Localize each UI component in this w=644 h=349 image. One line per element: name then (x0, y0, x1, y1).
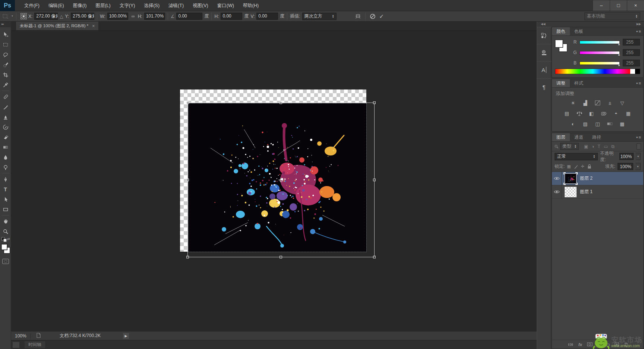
green-slider[interactable] (580, 51, 620, 54)
x-input[interactable]: 272.00 像素 (34, 13, 58, 20)
white-swatch[interactable] (630, 69, 635, 74)
foreground-color-swatch[interactable] (1, 244, 7, 250)
panel-menu-icon[interactable]: ▼≡ (636, 79, 643, 87)
quick-mask-mode-button[interactable] (2, 259, 9, 264)
hand-tool[interactable] (1, 216, 10, 226)
rectangle-shape-tool[interactable] (1, 204, 10, 214)
layer1-thumbnail[interactable] (565, 187, 577, 197)
menu-type[interactable]: 文字(Y) (116, 0, 139, 11)
document-tab[interactable]: 未标题-1 @ 100% (图层 2, RGB/8) * × (16, 21, 99, 30)
quick-selection-tool[interactable] (1, 60, 10, 70)
lock-transparency-icon[interactable]: ▦ (567, 164, 571, 169)
tab-styles[interactable]: 样式 (570, 79, 588, 87)
vibrance-icon[interactable]: ▽ (618, 99, 627, 107)
transform-handle-bottom-right[interactable] (373, 256, 376, 258)
type-tool[interactable]: T (1, 184, 10, 194)
height-input[interactable]: 101.70% (144, 13, 165, 20)
history-brush-tool[interactable] (1, 122, 10, 132)
menu-window[interactable]: 窗口(W) (213, 0, 238, 11)
pen-tool[interactable] (1, 174, 10, 184)
threshold-icon[interactable]: ◫ (593, 120, 602, 128)
hue-saturation-icon[interactable]: ▤ (562, 110, 571, 117)
warp-mode-toggle[interactable] (354, 12, 363, 21)
filter-smart-objects-icon[interactable]: ⧉ (611, 144, 615, 149)
spot-healing-brush-tool[interactable] (1, 92, 10, 102)
levels-icon[interactable]: ▟ (581, 99, 590, 107)
green-slider-thumb[interactable]: ▲ (618, 53, 621, 56)
lock-all-icon[interactable] (587, 164, 591, 169)
layer-row-2[interactable]: 图层 2 (552, 172, 643, 185)
character-panel-icon[interactable]: A (537, 61, 551, 78)
blend-mode-dropdown[interactable]: 正常 ▲▼ (555, 153, 598, 160)
filter-type-layers-icon[interactable]: T (598, 144, 600, 149)
free-transform-bounding-box[interactable] (187, 103, 375, 257)
transform-handle-bottom-left[interactable] (186, 256, 189, 258)
swap-colors-icon[interactable]: ⇄ (7, 237, 10, 241)
layer1-name[interactable]: 图层 1 (580, 189, 593, 195)
invert-icon[interactable]: ◐ (569, 120, 578, 128)
transform-handle-top-left[interactable] (186, 101, 189, 104)
exposure-icon[interactable]: ± (606, 99, 615, 107)
blue-value-field[interactable]: 255 (623, 60, 640, 66)
tab-swatches[interactable]: 色板 (570, 27, 588, 35)
eraser-tool[interactable] (1, 132, 10, 142)
timeline-tab[interactable]: 时间轴 (25, 341, 45, 348)
tab-adjustments[interactable]: 调整 (552, 79, 570, 87)
eyedropper-tool[interactable] (1, 80, 10, 90)
lock-position-icon[interactable]: ✛ (581, 164, 584, 169)
maximize-button[interactable]: □ (610, 0, 627, 11)
layer-filter-type-dropdown[interactable]: 类型 ▲▼ (560, 143, 579, 150)
gradient-tool[interactable] (1, 142, 10, 152)
brightness-contrast-icon[interactable]: ☀ (569, 99, 578, 107)
filter-adjustment-layers-icon[interactable]: ◑ (591, 144, 594, 149)
menu-view[interactable]: 视图(V) (189, 0, 212, 11)
zoom-level-field[interactable]: 100% (11, 333, 31, 339)
filter-pixel-layers-icon[interactable]: ▣ (584, 144, 588, 149)
move-tool[interactable] (1, 29, 10, 40)
gradient-map-icon[interactable] (606, 120, 615, 128)
timeline-collapse-box[interactable] (13, 342, 19, 348)
foreground-color-well[interactable] (555, 40, 563, 48)
layer2-thumbnail[interactable] (565, 173, 577, 184)
default-swap-colors[interactable]: ⇄ (1, 237, 10, 243)
status-options-arrow[interactable]: ▶ (123, 333, 129, 339)
link-dimensions-icon[interactable] (130, 14, 136, 19)
green-value-field[interactable]: 255 (623, 49, 640, 56)
transform-handle-middle-left[interactable] (186, 179, 189, 181)
black-swatch[interactable] (635, 69, 640, 74)
history-panel-icon[interactable] (537, 27, 551, 44)
close-button[interactable]: × (627, 0, 644, 11)
menu-file[interactable]: 文件(F) (20, 0, 44, 11)
panel-menu-icon[interactable]: ▼≡ (636, 133, 643, 141)
canvas-pasteboard[interactable] (11, 31, 537, 331)
blue-slider-thumb[interactable]: ▲ (618, 63, 621, 67)
layer-row-1[interactable]: 图层 1 (552, 185, 643, 199)
link-layers-icon[interactable] (568, 343, 574, 346)
paragraph-panel-icon[interactable]: ¶ (537, 78, 551, 95)
blue-slider[interactable] (580, 62, 620, 65)
collapse-tools-icon[interactable]: ▸▸ (0, 22, 11, 27)
minimize-button[interactable]: – (593, 0, 610, 11)
workspace-switcher[interactable]: 基本功能 ▲▼ (584, 12, 640, 20)
width-input[interactable]: 100.00% (107, 13, 128, 20)
lasso-tool[interactable] (1, 50, 10, 60)
tab-channels[interactable]: 通道 (570, 133, 588, 141)
color-balance-icon[interactable] (575, 110, 584, 117)
black-white-icon[interactable]: ◧ (587, 110, 596, 117)
hskew-input[interactable]: 0.00 (221, 13, 242, 20)
crop-tool[interactable] (1, 70, 10, 80)
commit-transform-button[interactable]: ✓ (377, 12, 386, 21)
transform-handle-top-right[interactable] (373, 101, 376, 104)
properties-panel-icon[interactable] (537, 44, 551, 61)
menu-filter[interactable]: 滤镜(T) (164, 0, 188, 11)
menu-help[interactable]: 帮助(H) (239, 0, 263, 11)
vskew-input[interactable]: 0.00 (256, 13, 278, 20)
tab-color[interactable]: 颜色 (552, 27, 570, 35)
brush-tool[interactable] (1, 102, 10, 112)
transform-reference-point[interactable] (279, 178, 283, 182)
clone-stamp-tool[interactable] (1, 112, 10, 122)
curves-icon[interactable] (593, 99, 602, 107)
transform-handle-bottom-middle[interactable] (280, 256, 282, 258)
menu-layer[interactable]: 图层(L) (91, 0, 114, 11)
red-slider[interactable] (580, 41, 620, 44)
